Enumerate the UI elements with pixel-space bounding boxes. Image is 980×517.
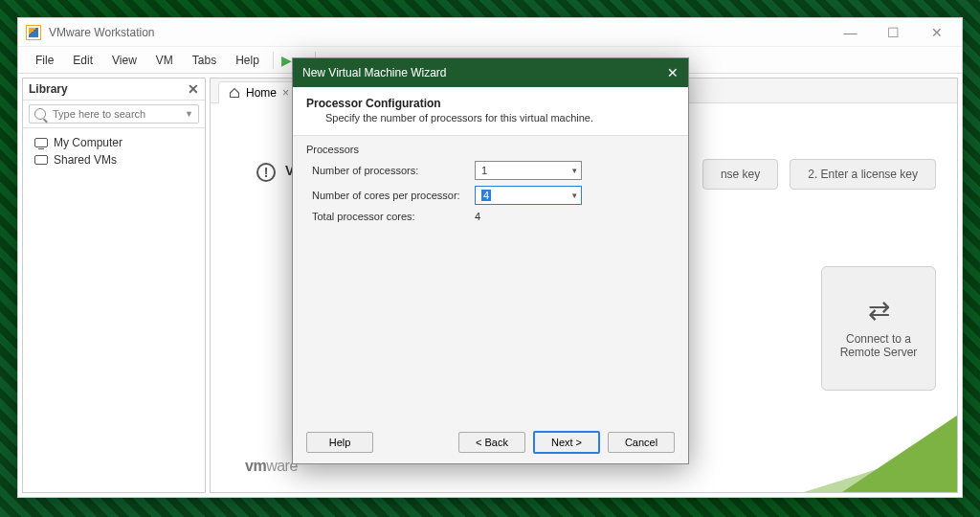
remote-server-card[interactable]: ⇄ Connect to a Remote Server — [821, 266, 936, 391]
app-icon — [26, 25, 41, 40]
menu-file[interactable]: File — [26, 51, 63, 70]
num-processors-value: 1 — [481, 165, 487, 176]
library-close-icon[interactable]: ✕ — [188, 81, 199, 97]
tree-item-my-computer[interactable]: My Computer — [31, 134, 197, 151]
library-title: Library — [29, 82, 68, 96]
library-search: ▼ — [23, 101, 205, 128]
cores-per-processor-value: 4 — [481, 190, 491, 201]
enter-license-button[interactable]: 2. Enter a license key — [790, 159, 936, 190]
wizard-close-icon[interactable]: ✕ — [667, 65, 679, 80]
wizard-buttons: Help < Back Next > Cancel — [293, 421, 688, 463]
total-cores-label: Total processor cores: — [306, 211, 475, 222]
search-icon — [34, 108, 46, 120]
wizard-header-title: Processor Configuration — [306, 97, 675, 110]
cores-per-processor-label: Number of cores per processor: — [306, 190, 475, 201]
home-icon — [229, 87, 240, 99]
search-input[interactable] — [29, 104, 199, 124]
monitor-icon — [34, 138, 48, 147]
wizard-header: Processor Configuration Specify the numb… — [293, 87, 688, 136]
app-title: VMware Workstation — [49, 26, 829, 39]
wizard-titlebar: New Virtual Machine Wizard ✕ — [293, 58, 688, 87]
license-button-partial[interactable]: nse key — [702, 159, 778, 190]
total-cores-value: 4 — [475, 211, 582, 222]
chevron-down-icon: ▾ — [572, 191, 577, 200]
menu-separator — [273, 52, 274, 69]
vmware-logo: vmware — [245, 458, 298, 475]
menu-edit[interactable]: Edit — [63, 51, 102, 70]
wizard-header-desc: Specify the number of processors for thi… — [325, 112, 675, 124]
menu-view[interactable]: View — [102, 51, 146, 70]
num-processors-combo[interactable]: 1 ▾ — [475, 161, 582, 180]
menu-tabs[interactable]: Tabs — [183, 51, 226, 70]
back-button[interactable]: < Back — [458, 432, 525, 453]
maximize-button[interactable]: ☐ — [872, 18, 915, 47]
close-button[interactable]: ✕ — [915, 18, 958, 47]
menu-vm[interactable]: VM — [146, 51, 183, 70]
num-processors-label: Number of processors: — [306, 165, 475, 176]
corner-decoration — [842, 416, 957, 492]
row-total-cores: Total processor cores: 4 — [306, 211, 675, 222]
row-cores-per-processor: Number of cores per processor: 4 ▾ — [306, 186, 675, 205]
tab-close-icon[interactable]: × — [282, 86, 289, 100]
library-tree: My Computer Shared VMs — [23, 128, 205, 492]
card-label: Connect to a Remote Server — [830, 332, 927, 359]
help-button[interactable]: Help — [306, 432, 373, 453]
row-num-processors: Number of processors: 1 ▾ — [306, 161, 675, 180]
wizard-title-text: New Virtual Machine Wizard — [302, 66, 447, 79]
processors-group-label: Processors — [306, 144, 675, 155]
menu-help[interactable]: Help — [226, 51, 269, 70]
tree-label: Shared VMs — [54, 153, 117, 167]
chevron-down-icon: ▾ — [572, 166, 577, 175]
tree-label: My Computer — [54, 136, 122, 149]
next-button[interactable]: Next > — [533, 431, 600, 454]
arrows-icon: ⇄ — [868, 298, 890, 325]
search-dropdown-icon[interactable]: ▼ — [185, 109, 193, 119]
titlebar: VMware Workstation — ☐ ✕ — [18, 18, 962, 47]
shared-icon — [34, 155, 48, 165]
tab-label: Home — [246, 86, 277, 100]
minimize-button[interactable]: — — [829, 18, 872, 47]
tab-home[interactable]: Home × — [218, 81, 300, 103]
wizard-body: Processors Number of processors: 1 ▾ Num… — [293, 136, 688, 421]
cores-per-processor-combo[interactable]: 4 ▾ — [475, 186, 582, 205]
window-controls: — ☐ ✕ — [829, 18, 958, 47]
library-panel: Library ✕ ▼ My Computer Shared VMs — [22, 78, 206, 493]
cancel-button[interactable]: Cancel — [608, 432, 675, 453]
new-vm-wizard: New Virtual Machine Wizard ✕ Processor C… — [292, 57, 689, 464]
info-icon: ! — [256, 163, 276, 182]
license-buttons: nse key 2. Enter a license key — [702, 159, 936, 190]
tree-item-shared-vms[interactable]: Shared VMs — [31, 151, 197, 169]
library-header: Library ✕ — [23, 79, 205, 101]
